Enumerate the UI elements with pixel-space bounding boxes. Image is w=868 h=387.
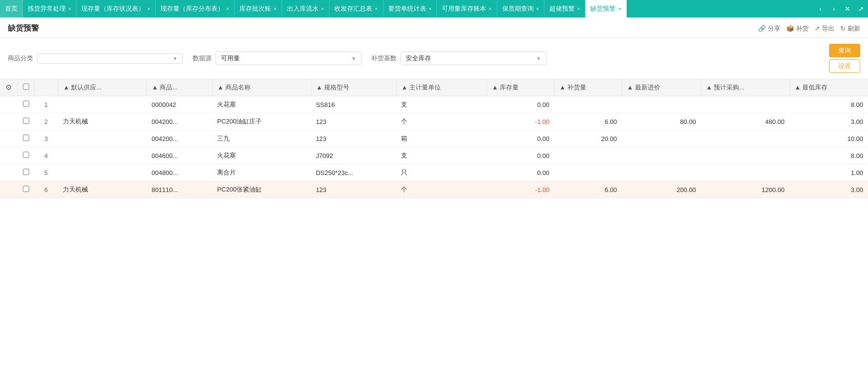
row-replenish-qty (554, 96, 622, 113)
nav-tab-inout-label: 出入库流水 (287, 4, 319, 13)
col-header-unit[interactable]: ▲ 主计量单位 (396, 79, 487, 96)
col-header-latest-price[interactable]: ▲ 最新进价 (622, 79, 701, 96)
refresh-icon: ↻ (840, 25, 846, 32)
row-seq: 4 (34, 147, 58, 164)
data-table: ⚙ ▲ 默认供应... ▲ 商品... (0, 79, 868, 198)
row-unit: 个 (396, 113, 487, 130)
row-replenish-qty (554, 147, 622, 164)
filter-replenish-value: 安全库存 (406, 54, 431, 63)
export-button[interactable]: ↗ 导出 (814, 24, 834, 33)
row-product-code: 801110... (146, 181, 212, 198)
col-header-stock-qty[interactable]: ▲ 库存量 (487, 79, 554, 96)
row-supplier (58, 147, 146, 164)
row-gear-cell (0, 130, 18, 147)
nav-tab-inout[interactable]: 出入库流水 × (282, 0, 329, 18)
row-checkbox-1[interactable] (23, 118, 29, 124)
nav-tab-expiry[interactable]: 保质期查询 × (497, 0, 544, 18)
share-label: 分享 (768, 24, 780, 33)
row-stock-qty: 0.00 (487, 130, 554, 147)
nav-tab-picking-close[interactable]: × (68, 6, 71, 12)
table-gear-icon[interactable]: ⚙ (5, 83, 12, 91)
row-checkbox-cell (18, 113, 34, 130)
table-row: 1 0000042 火花塞 SS816 支 0.00 8.00 (0, 96, 868, 113)
filter-replenish-select[interactable]: 安全库存 ▼ (400, 52, 546, 65)
row-checkbox-2[interactable] (23, 135, 29, 141)
col-header-checkbox (18, 79, 34, 96)
row-gear-cell (0, 96, 18, 113)
col-header-product-name[interactable]: ▲ 商品名称 (212, 79, 311, 96)
nav-tab-stock2[interactable]: 现存量（库存分布表） × (156, 0, 235, 18)
col-header-estimated[interactable]: ▲ 预计采购... (701, 79, 789, 96)
nav-maximize[interactable]: ➚ (854, 0, 868, 18)
filter-datasource-select[interactable]: 可用量 ▼ (216, 52, 362, 65)
row-replenish-qty: 6.00 (554, 181, 622, 198)
nav-tab-stock1[interactable]: 现存量（库存状况表） × (76, 0, 155, 18)
row-latest-price (622, 147, 701, 164)
nav-tab-batch-close[interactable]: × (273, 6, 276, 12)
filter-category-select[interactable]: ▼ (37, 53, 183, 64)
nav-tab-summary-close[interactable]: × (375, 6, 378, 12)
row-replenish-qty: 20.00 (554, 130, 622, 147)
row-product-code: 004200... (146, 130, 212, 147)
nav-tab-expiry-close[interactable]: × (536, 6, 539, 12)
row-latest-price (622, 164, 701, 181)
share-button[interactable]: 🔗 分享 (758, 24, 780, 33)
chevron-down-replenish-icon: ▼ (536, 56, 541, 61)
col-header-spec[interactable]: ▲ 规格型号 (311, 79, 396, 96)
nav-tab-shortage-close[interactable]: × (618, 6, 621, 12)
nav-tab-picking[interactable]: 拣货异常处理 × (23, 0, 76, 18)
row-latest-price: 200.00 (622, 181, 701, 198)
row-product-code: 0000042 (146, 96, 212, 113)
nav-tab-stock2-close[interactable]: × (226, 6, 229, 12)
row-estimated-purchase: 1200.00 (701, 181, 789, 198)
nav-tab-home[interactable]: 首页 (0, 0, 23, 18)
filter-row: 商品分类 ▼ 数据源 可用量 ▼ 补货基数 安全库存 ▼ 查询 设置 (0, 38, 868, 79)
export-label: 导出 (822, 24, 834, 33)
select-all-checkbox[interactable] (23, 84, 29, 90)
nav-tab-shortage[interactable]: 缺货预警 × (585, 0, 626, 18)
row-product-name: 三九 (212, 130, 311, 147)
col-header-replenish-qty[interactable]: ▲ 补货量 (554, 79, 622, 96)
row-min-stock: 3.00 (789, 181, 868, 198)
nav-tab-requisition[interactable]: 要货单统计表 × (383, 0, 437, 18)
row-checkbox-cell (18, 164, 34, 181)
row-supplier (58, 164, 146, 181)
row-spec: DS250*23c... (311, 164, 396, 181)
nav-tab-overstock[interactable]: 超储预警 × (544, 0, 585, 18)
col-header-supplier[interactable]: ▲ 默认供应... (58, 79, 146, 96)
refresh-label: 刷新 (848, 24, 860, 33)
filter-replenish-label: 补货基数 (371, 54, 397, 63)
row-latest-price: 80.00 (622, 113, 701, 130)
refresh-button[interactable]: ↻ 刷新 (840, 24, 860, 33)
nav-tab-available-close[interactable]: × (488, 6, 491, 12)
nav-tab-inout-close[interactable]: × (321, 6, 324, 12)
row-gear-cell (0, 147, 18, 164)
nav-tab-available[interactable]: 可用量库存账本 × (437, 0, 497, 18)
row-seq: 5 (34, 164, 58, 181)
row-min-stock: 8.00 (789, 96, 868, 113)
settings-button[interactable]: 设置 (829, 59, 860, 73)
nav-scroll-left[interactable]: ‹ (814, 0, 827, 18)
row-checkbox-5[interactable] (23, 186, 29, 192)
nav-tab-requisition-label: 要货单统计表 (388, 4, 426, 13)
nav-tab-stock1-close[interactable]: × (147, 6, 150, 12)
nav-tab-batch[interactable]: 库存批次账 × (235, 0, 282, 18)
row-checkbox-4[interactable] (23, 169, 29, 175)
nav-close-current[interactable]: ✕ (841, 0, 854, 18)
nav-tab-overstock-close[interactable]: × (577, 6, 580, 12)
row-latest-price (622, 96, 701, 113)
row-estimated-purchase (701, 164, 789, 181)
row-seq: 1 (34, 96, 58, 113)
page-title: 缺货预警 (8, 23, 39, 34)
nav-tab-summary[interactable]: 收发存汇总表 × (329, 0, 383, 18)
row-replenish-qty: 6.00 (554, 113, 622, 130)
row-spec: 123 (311, 181, 396, 198)
col-header-product-code[interactable]: ▲ 商品... (146, 79, 212, 96)
row-checkbox-3[interactable] (23, 152, 29, 158)
query-button[interactable]: 查询 (829, 44, 860, 57)
nav-scroll-right[interactable]: › (827, 0, 841, 18)
replenish-button[interactable]: 📦 补货 (786, 24, 809, 33)
col-header-min-stock[interactable]: ▲ 最低库存 (789, 79, 868, 96)
nav-tab-requisition-close[interactable]: × (429, 6, 432, 12)
row-checkbox-0[interactable] (23, 101, 29, 107)
